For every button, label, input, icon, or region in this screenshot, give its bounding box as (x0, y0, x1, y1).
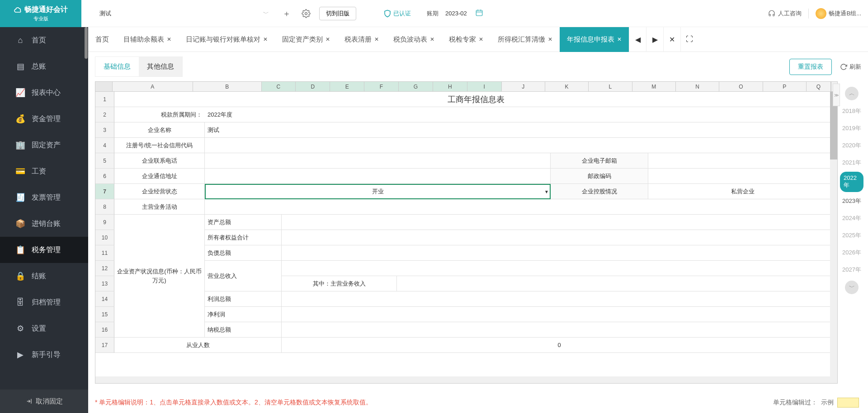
dropdown-arrow-icon[interactable]: ▼ (544, 189, 549, 194)
sidebar-inventory[interactable]: 📦进销台账 (0, 211, 88, 237)
close-icon[interactable]: ✕ (326, 36, 330, 42)
year-2021[interactable]: 2021年 (842, 155, 861, 171)
cell-J5[interactable]: 企业电子邮箱 (551, 153, 648, 169)
col-G[interactable]: G (399, 82, 433, 91)
row-13[interactable]: 13 (95, 276, 114, 291)
sidebar-salary[interactable]: 💳工资 (0, 158, 88, 184)
cell-L7[interactable]: 私营企业 (648, 184, 837, 199)
cell-B8[interactable] (205, 199, 837, 215)
tabs-prev[interactable]: ◀ (629, 27, 646, 52)
cell-A6[interactable]: 企业通信地址 (114, 169, 205, 184)
sidebar-archive[interactable]: 🗄归档管理 (0, 289, 88, 315)
close-icon[interactable]: ✕ (617, 36, 622, 42)
tabs-next[interactable]: ▶ (646, 27, 663, 52)
tab-4[interactable]: 税表清册✕ (337, 27, 386, 52)
tab-2[interactable]: 日记账与银行对账单核对✕ (179, 27, 275, 52)
cell-A9-merged[interactable]: 企业资产状况信息(币种：人民币万元) (114, 215, 205, 338)
col-J[interactable]: J (502, 82, 545, 91)
col-P[interactable]: P (763, 82, 807, 91)
old-version-button[interactable]: 切到旧版 (319, 7, 356, 20)
col-I[interactable]: I (467, 82, 502, 91)
row-7[interactable]: 7 (95, 184, 114, 199)
tab-5[interactable]: 税负波动表✕ (386, 27, 442, 52)
year-2024[interactable]: 2024年 (842, 210, 861, 226)
support-link[interactable]: 人工咨询 (768, 9, 802, 18)
sidebar-scrollbar[interactable] (85, 27, 88, 59)
col-L[interactable]: L (589, 82, 632, 91)
cell-B17[interactable]: 0 (282, 338, 837, 353)
close-icon[interactable]: ✕ (548, 36, 552, 42)
cell-A3[interactable]: 企业名称 (114, 122, 205, 138)
row-9[interactable]: 9 (95, 215, 114, 230)
col-A[interactable]: A (113, 82, 193, 91)
row-8[interactable]: 8 (95, 199, 114, 215)
row-3[interactable]: 3 (95, 122, 114, 138)
year-2026[interactable]: 2026年 (842, 244, 861, 261)
row-12[interactable]: 12 (95, 261, 114, 276)
sidebar-home[interactable]: ⌂首页 (0, 27, 88, 53)
col-H[interactable]: H (433, 82, 467, 91)
row-4[interactable]: 4 (95, 138, 114, 153)
cell-B3[interactable]: 测试 (205, 122, 837, 138)
year-up[interactable]: ︿ (845, 87, 859, 100)
row-16[interactable]: 16 (95, 322, 114, 338)
sidebar-guide[interactable]: ▶新手引导 (0, 342, 88, 368)
col-K[interactable]: K (545, 82, 589, 91)
col-B[interactable]: B (193, 82, 262, 91)
year-2019[interactable]: 2019年 (842, 120, 861, 136)
year-2018[interactable]: 2018年 (842, 103, 861, 119)
cell-title[interactable]: 工商年报信息表 (114, 92, 837, 107)
cell-A5[interactable]: 企业联系电话 (114, 153, 205, 169)
settings-gear-icon[interactable] (300, 7, 312, 20)
tabs-close-all[interactable]: ✕ (663, 27, 680, 52)
user-menu[interactable]: 畅捷通B组... (816, 8, 861, 19)
row-1[interactable]: 1 (95, 92, 114, 107)
col-F[interactable]: F (364, 82, 399, 91)
tab-1[interactable]: 目辅助余额表✕ (116, 27, 179, 52)
row-2[interactable]: 2 (95, 107, 114, 122)
unpin-button[interactable]: 取消固定 (0, 390, 88, 413)
close-icon[interactable]: ✕ (374, 36, 379, 42)
row-14[interactable]: 14 (95, 291, 114, 307)
year-2023[interactable]: 2023年 (842, 193, 861, 209)
sidebar-tax[interactable]: 📋税务管理 (0, 237, 88, 263)
col-N[interactable]: N (676, 82, 719, 91)
row-11[interactable]: 11 (95, 245, 114, 261)
col-O[interactable]: O (719, 82, 763, 91)
subtab-other[interactable]: 其他信息 (139, 57, 182, 76)
col-Q[interactable]: Q (807, 82, 831, 91)
sidebar-ledger[interactable]: ▤总账 (0, 53, 88, 80)
year-2020[interactable]: 2020年 (842, 137, 861, 154)
fullscreen-icon[interactable]: ⛶ (680, 27, 698, 52)
cell-B10[interactable]: 所有者权益合计 (205, 230, 282, 245)
row-15[interactable]: 15 (95, 307, 114, 322)
cell-L6[interactable] (648, 169, 837, 184)
tab-7[interactable]: 所得税汇算清缴✕ (491, 27, 560, 52)
calendar-icon[interactable] (475, 9, 483, 18)
tab-6[interactable]: 税检专家✕ (442, 27, 491, 52)
cell-B9[interactable]: 资产总额 (205, 215, 282, 230)
select-all-corner[interactable] (95, 82, 113, 91)
add-button[interactable]: ＋ (280, 7, 293, 20)
cell-B4[interactable] (205, 138, 837, 153)
reset-button[interactable]: 重置报表 (789, 59, 832, 75)
subtab-basic[interactable]: 基础信息 (95, 57, 139, 76)
close-icon[interactable]: ✕ (479, 36, 483, 42)
cell-A7[interactable]: 企业经营状态 (114, 184, 205, 199)
cell-B5[interactable] (205, 153, 551, 169)
close-icon[interactable]: ✕ (430, 36, 434, 42)
cell-A4[interactable]: 注册号/统一社会信用代码 (114, 138, 205, 153)
year-2027[interactable]: 2027年 (842, 262, 861, 278)
tab-8[interactable]: 年报信息申报表✕ (560, 27, 629, 52)
cell-B2[interactable]: 2022年度 (205, 107, 282, 122)
col-C[interactable]: C (262, 82, 296, 91)
cell-J6[interactable]: 邮政编码 (551, 169, 648, 184)
year-down[interactable]: ﹀ (845, 281, 859, 294)
cell-A8[interactable]: 主营业务活动 (114, 199, 205, 215)
close-icon[interactable]: ✕ (167, 36, 171, 42)
cell-B14[interactable]: 利润总额 (205, 291, 282, 307)
sidebar-invoice[interactable]: 🧾发票管理 (0, 184, 88, 211)
col-M[interactable]: M (632, 82, 676, 91)
cell-B12[interactable]: 营业总收入 (205, 261, 282, 291)
cell-B11[interactable]: 负债总额 (205, 245, 282, 261)
